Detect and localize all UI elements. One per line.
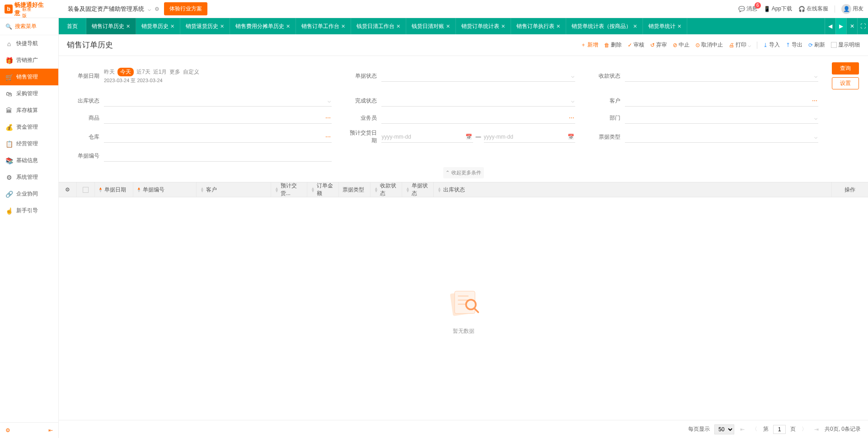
tab-1[interactable]: 销货单历史✕ bbox=[136, 18, 180, 34]
est-date-from[interactable]: 📅 bbox=[381, 131, 473, 143]
import-button[interactable]: ⤓导入 bbox=[763, 41, 780, 49]
audit-button[interactable]: ✓审核 bbox=[628, 41, 644, 49]
tab-0[interactable]: 销售订单历史✕ bbox=[86, 18, 136, 34]
th-doc-date[interactable]: ▲▼单据日期 bbox=[95, 182, 133, 197]
industry-plan-button[interactable]: 体验行业方案 bbox=[164, 2, 207, 15]
query-button[interactable]: 查询 bbox=[832, 62, 859, 75]
doc-no-input[interactable] bbox=[104, 150, 332, 162]
sidebar-item-7[interactable]: 📚基础信息 bbox=[0, 152, 58, 169]
pager-next[interactable]: 〉 bbox=[800, 425, 808, 433]
dept-select[interactable]: ⌵ bbox=[625, 112, 818, 124]
discard-button[interactable]: ↺弃审 bbox=[650, 41, 667, 49]
export-button[interactable]: ⤒导出 bbox=[786, 41, 802, 49]
close-icon[interactable]: ✕ bbox=[396, 23, 400, 29]
sidebar-item-6[interactable]: 📋经营管理 bbox=[0, 135, 58, 152]
est-date-to[interactable]: 📅 bbox=[484, 131, 575, 143]
unstop-button[interactable]: ⊙取消中止 bbox=[695, 41, 723, 49]
close-icon[interactable]: ✕ bbox=[170, 23, 174, 29]
sidebar-item-3[interactable]: 🛍采购管理 bbox=[0, 85, 58, 102]
salesman-picker[interactable]: ⋯ bbox=[381, 112, 575, 124]
tab-10[interactable]: 销货单统计✕ bbox=[643, 18, 687, 34]
date-quick-option[interactable]: 近7天 bbox=[136, 68, 150, 76]
tab-5[interactable]: 钱货日清工作台✕ bbox=[351, 18, 406, 34]
close-icon[interactable]: ✕ bbox=[633, 23, 637, 29]
close-icon[interactable]: ✕ bbox=[286, 23, 290, 29]
close-icon[interactable]: ✕ bbox=[220, 23, 224, 29]
sidebar-item-0[interactable]: ⌂快捷导航 bbox=[0, 35, 58, 52]
tabs-scroll-right[interactable]: ▶ bbox=[835, 18, 846, 34]
doc-no-field[interactable] bbox=[104, 153, 332, 159]
tab-8[interactable]: 销售订单执行表✕ bbox=[511, 18, 566, 34]
close-icon[interactable]: ✕ bbox=[501, 23, 505, 29]
print-button[interactable]: 🖨打印⌵ bbox=[729, 41, 751, 49]
sidebar-item-4[interactable]: 🏛库存核算 bbox=[0, 102, 58, 119]
th-pay[interactable]: ▲▼收款状态 bbox=[371, 182, 402, 197]
tabs-scroll-left[interactable]: ◀ bbox=[825, 18, 835, 34]
tab-4[interactable]: 销售订单工作台✕ bbox=[296, 18, 351, 34]
th-out[interactable]: ▲▼出库状态 bbox=[434, 182, 832, 197]
message-button[interactable]: 💬 消息 6 bbox=[738, 5, 757, 13]
date-quick-option[interactable]: 近1月 bbox=[153, 68, 167, 76]
settings-icon[interactable]: ⚙ bbox=[5, 427, 10, 433]
delete-button[interactable]: 🗑删除 bbox=[604, 41, 622, 49]
sidebar-item-1[interactable]: 🎁营销推广 bbox=[0, 52, 58, 69]
tabs-close-all[interactable]: ✕ bbox=[846, 18, 857, 34]
stop-button[interactable]: ⊘中止 bbox=[673, 41, 690, 49]
tabs-fullscreen[interactable]: ⛶ bbox=[857, 18, 868, 34]
tab-6[interactable]: 钱货日清对账✕ bbox=[406, 18, 456, 34]
refresh-button[interactable]: ⟳刷新 bbox=[808, 41, 825, 49]
tab-3[interactable]: 销售费用分摊单历史✕ bbox=[230, 18, 296, 34]
tab-7[interactable]: 销货订单统计表✕ bbox=[456, 18, 511, 34]
sidebar-item-10[interactable]: ☝新手引导 bbox=[0, 202, 58, 219]
gear-icon[interactable]: ⚙ bbox=[155, 6, 160, 12]
app-download-button[interactable]: 📱 App下载 bbox=[764, 5, 792, 13]
est-date-to-input[interactable] bbox=[484, 134, 575, 140]
online-service-button[interactable]: 🎧 在线客服 bbox=[798, 5, 828, 13]
collapse-sidebar-icon[interactable]: ⇤ bbox=[48, 427, 53, 433]
pager-last[interactable]: ⇥ bbox=[813, 426, 820, 433]
close-icon[interactable]: ✕ bbox=[677, 23, 681, 29]
customer-picker[interactable]: ⋯ bbox=[625, 95, 818, 107]
date-quick-option[interactable]: 昨天 bbox=[104, 68, 115, 76]
show-detail-toggle[interactable]: 显示明细 bbox=[831, 41, 860, 49]
doc-status-select[interactable]: ⌵ bbox=[381, 70, 575, 82]
sidebar-item-5[interactable]: 💰资金管理 bbox=[0, 119, 58, 135]
sidebar-item-8[interactable]: ⚙系统管理 bbox=[0, 169, 58, 186]
th-ticket[interactable]: 票据类型 bbox=[339, 182, 371, 197]
th-customer[interactable]: ▲▼客户 bbox=[197, 182, 271, 197]
system-selector[interactable]: 装备及固定资产辅助管理系统 ⌵ ⚙ bbox=[68, 5, 160, 13]
warehouse-picker[interactable]: ⋯ bbox=[104, 131, 332, 143]
search-menu[interactable]: 🔍 搜索菜单 bbox=[0, 18, 58, 35]
tab-home[interactable]: 首页 bbox=[59, 18, 86, 34]
th-config[interactable]: ⚙ bbox=[59, 182, 77, 197]
close-icon[interactable]: ✕ bbox=[446, 23, 450, 29]
setting-button[interactable]: 设置 bbox=[832, 77, 859, 89]
collapse-filters-button[interactable]: ⌃ 收起更多条件 bbox=[443, 167, 484, 178]
page-size-select[interactable]: 50 bbox=[714, 424, 734, 434]
th-amount[interactable]: ▲▼订单金额 bbox=[307, 182, 339, 197]
tab-9[interactable]: 销货单统计表（按商品）✕ bbox=[566, 18, 643, 34]
tab-2[interactable]: 销货退货历史✕ bbox=[180, 18, 230, 34]
th-status[interactable]: ▲▼单据状态 bbox=[402, 182, 434, 197]
est-date-from-input[interactable] bbox=[381, 134, 473, 140]
product-picker[interactable]: ⋯ bbox=[104, 112, 332, 124]
pager-prev[interactable]: 〈 bbox=[751, 425, 759, 433]
th-deliver[interactable]: ▲▼预计交货... bbox=[271, 182, 307, 197]
pager-first[interactable]: ⇤ bbox=[739, 426, 746, 433]
date-quick-option[interactable]: 今天 bbox=[117, 68, 134, 76]
pay-status-select[interactable]: ⌵ bbox=[625, 70, 818, 82]
th-checkbox[interactable] bbox=[77, 182, 95, 197]
out-status-select[interactable]: ⌵ bbox=[104, 95, 332, 107]
close-icon[interactable]: ✕ bbox=[556, 23, 560, 29]
close-icon[interactable]: ✕ bbox=[126, 23, 130, 29]
sidebar-item-9[interactable]: 🔗企业协同 bbox=[0, 186, 58, 202]
sidebar-item-2[interactable]: 🛒销售管理 bbox=[0, 69, 58, 85]
page-input[interactable] bbox=[773, 425, 786, 434]
user-menu[interactable]: 👤 用友 bbox=[841, 4, 863, 14]
done-status-select[interactable]: ⌵ bbox=[381, 95, 575, 107]
close-icon[interactable]: ✕ bbox=[341, 23, 345, 29]
ticket-type-select[interactable]: ⌵ bbox=[625, 131, 818, 143]
th-doc-no[interactable]: ▲▼单据编号 bbox=[133, 182, 197, 197]
date-quick-option[interactable]: 自定义 bbox=[183, 68, 199, 76]
date-quick-option[interactable]: 更多 bbox=[169, 68, 180, 76]
